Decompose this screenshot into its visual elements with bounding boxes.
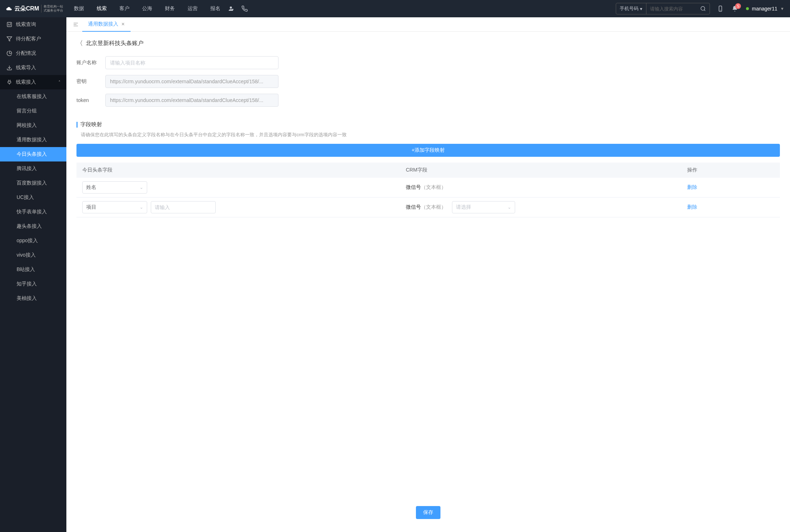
- sidebar-sub-baidu[interactable]: 百度数据接入: [0, 176, 66, 190]
- field-select-2[interactable]: 项目 ⌄: [82, 201, 147, 213]
- search-input[interactable]: [646, 3, 697, 14]
- plug-icon: [6, 79, 12, 85]
- nav-data[interactable]: 数据: [74, 5, 84, 12]
- account-name-input[interactable]: [105, 56, 278, 69]
- chevron-down-icon: ⌄: [140, 185, 143, 190]
- nav-leads[interactable]: 线索: [97, 5, 107, 12]
- filter-icon: [6, 36, 12, 42]
- collapse-sidebar-button[interactable]: [69, 22, 82, 27]
- add-mapping-button[interactable]: +添加字段映射: [76, 144, 780, 157]
- col-header-toutiao: 今日头条字段: [76, 163, 400, 178]
- crm-field-hint: （文本框）: [421, 204, 446, 210]
- content-area: 〈 北京昱新科技头条账户 账户名称 密钥 token 字段映射 请确保您在此填写…: [66, 32, 790, 532]
- mapping-table: 今日头条字段 CRM字段 操作 姓名 ⌄: [76, 163, 780, 217]
- section-text: 字段映射: [80, 121, 102, 128]
- crm-field-label: 微信号: [406, 204, 421, 210]
- notification-badge: 5: [735, 3, 741, 9]
- chevron-down-icon: ⌄: [508, 205, 511, 210]
- table-row: 项目 ⌄ 微信号（文本框）: [76, 198, 780, 217]
- nav-finance[interactable]: 财务: [165, 5, 175, 12]
- section-title-mapping: 字段映射: [76, 121, 780, 128]
- sidebar-item-pending-customers[interactable]: 待分配客户: [0, 32, 66, 46]
- main-content: 通用数据接入 ✕ 〈 北京昱新科技头条账户 账户名称 密钥 token: [66, 17, 790, 532]
- table-row: 姓名 ⌄ 微信号（文本框） 删除: [76, 178, 780, 198]
- notification-button[interactable]: 5: [732, 5, 738, 12]
- delete-button[interactable]: 删除: [687, 184, 697, 190]
- footer: 保存: [76, 500, 780, 525]
- phone-icon[interactable]: [241, 5, 248, 12]
- field-text-input[interactable]: [151, 201, 216, 213]
- sidebar-sub-tencent[interactable]: 腾讯接入: [0, 161, 66, 176]
- breadcrumb[interactable]: 〈 北京昱新科技头条账户: [76, 39, 780, 48]
- nav-enrollment[interactable]: 报名: [210, 5, 220, 12]
- sidebar-item-lead-query[interactable]: 线索查询: [0, 17, 66, 32]
- chevron-down-icon: ⌄: [140, 205, 143, 210]
- logo-text: 云朵CRM: [14, 5, 39, 13]
- col-header-crm: CRM字段: [400, 163, 681, 178]
- username: manager11: [752, 6, 777, 12]
- token-label: token: [76, 97, 105, 103]
- pie-icon: [6, 50, 12, 56]
- sidebar-item-lead-import[interactable]: 线索导入: [0, 61, 66, 75]
- search-container: 手机号码 ▾: [616, 3, 710, 14]
- menu-fold-icon: [73, 22, 79, 27]
- crm-field-hint: （文本框）: [421, 184, 446, 190]
- nav-public[interactable]: 公海: [142, 5, 152, 12]
- secret-label: 密钥: [76, 78, 105, 85]
- sidebar: 线索查询 待分配客户 分配情况 线索导入 线索接入 ˄ 在线客服接入 留言分组 …: [0, 17, 66, 532]
- import-icon: [6, 65, 12, 71]
- secret-input[interactable]: [105, 75, 278, 88]
- chevron-down-icon: ▼: [780, 6, 784, 11]
- cloud-icon: [6, 5, 12, 12]
- form-row-token: token: [76, 94, 780, 107]
- search-type-select[interactable]: 手机号码 ▾: [616, 5, 646, 12]
- sidebar-sub-general-data[interactable]: 通用数据接入: [0, 133, 66, 147]
- status-dot: [746, 7, 749, 10]
- nav-customers[interactable]: 客户: [119, 5, 130, 12]
- logo[interactable]: 云朵CRM 教育机构一站 式服务云平台: [6, 5, 63, 13]
- search-button[interactable]: [697, 6, 710, 12]
- chevron-down-icon: ▾: [640, 6, 642, 12]
- search-icon: [700, 6, 706, 12]
- sidebar-sub-qutoutiao[interactable]: 趣头条接入: [0, 219, 66, 234]
- nav-menu: 数据 线索 客户 公海 财务 运营 报名: [74, 5, 220, 12]
- tab-general-data[interactable]: 通用数据接入 ✕: [82, 17, 131, 32]
- nav-icon-group: [228, 5, 248, 12]
- svg-rect-2: [233, 9, 233, 10]
- save-button[interactable]: 保存: [416, 506, 440, 519]
- field-select-1[interactable]: 姓名 ⌄: [82, 181, 147, 194]
- sidebar-sub-toutiao[interactable]: 今日头条接入: [0, 147, 66, 161]
- form-row-secret: 密钥: [76, 75, 780, 88]
- nav-operations[interactable]: 运营: [188, 5, 198, 12]
- token-input[interactable]: [105, 94, 278, 107]
- sidebar-sub-online-service[interactable]: 在线客服接入: [0, 89, 66, 104]
- sidebar-sub-school-access[interactable]: 网校接入: [0, 118, 66, 133]
- svg-rect-12: [8, 81, 11, 83]
- sidebar-item-lead-access[interactable]: 线索接入 ˄: [0, 75, 66, 89]
- mobile-icon-button[interactable]: [717, 5, 724, 12]
- sidebar-item-allocation[interactable]: 分配情况: [0, 46, 66, 61]
- crm-field-select[interactable]: 请选择 ⌄: [452, 201, 515, 213]
- user-menu[interactable]: manager11 ▼: [746, 6, 784, 12]
- sidebar-sub-vivo[interactable]: vivo接入: [0, 248, 66, 262]
- crm-field-label: 微信号: [406, 184, 421, 190]
- user-add-icon[interactable]: [228, 5, 234, 12]
- sidebar-sub-zhihu[interactable]: 知乎接入: [0, 277, 66, 291]
- sidebar-sub-kuaishou[interactable]: 快手表单接入: [0, 205, 66, 219]
- chart-icon: [6, 22, 12, 27]
- section-hint: 请确保您在此填写的头条自定义字段名称与在今日头条平台中自定义的字段名称一致，并且…: [81, 132, 780, 138]
- logo-subtitle: 教育机构一站 式服务云平台: [41, 5, 63, 13]
- sidebar-sub-uc[interactable]: UC接入: [0, 190, 66, 205]
- col-header-action: 操作: [681, 163, 780, 178]
- svg-point-0: [230, 6, 232, 9]
- sidebar-sub-oppo[interactable]: oppo接入: [0, 234, 66, 248]
- sidebar-sub-message-group[interactable]: 留言分组: [0, 104, 66, 118]
- page-title: 北京昱新科技头条账户: [86, 40, 144, 47]
- sidebar-sub-meiyou[interactable]: 美柚接入: [0, 291, 66, 306]
- section-bar: [76, 122, 78, 128]
- tab-close-button[interactable]: ✕: [121, 22, 125, 27]
- tabs-bar: 通用数据接入 ✕: [66, 17, 790, 32]
- delete-button[interactable]: 删除: [687, 204, 697, 210]
- sidebar-sub-bilibili[interactable]: B站接入: [0, 262, 66, 277]
- back-icon: 〈: [76, 39, 83, 48]
